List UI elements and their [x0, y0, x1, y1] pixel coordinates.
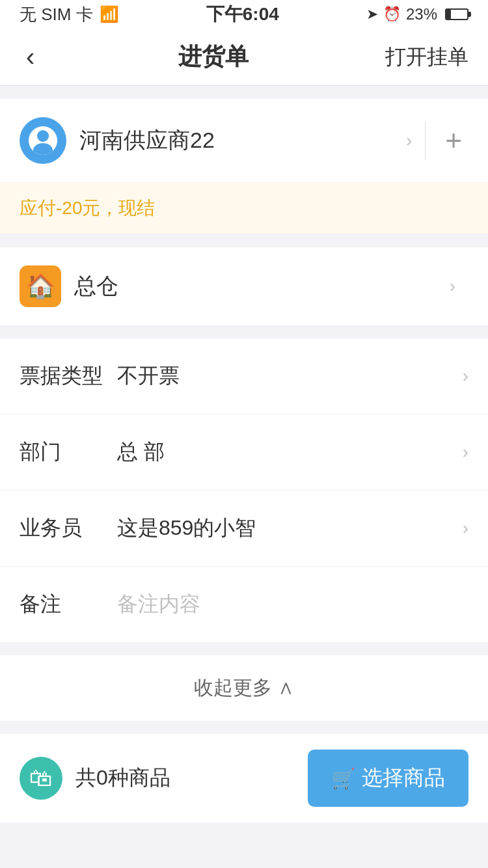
main-content: 河南供应商22 › + 应付-20元，现结 🏠 总仓 › 票据类型 不开票 ›	[0, 99, 488, 822]
warehouse-icon: 🏠	[20, 265, 61, 307]
time-display: 下午6:04	[206, 2, 279, 27]
supplier-section: 河南供应商22 › + 应付-20元，现结	[0, 99, 488, 234]
warehouse-row[interactable]: 🏠 总仓 ›	[0, 247, 488, 325]
salesman-chevron-icon: ›	[463, 518, 468, 539]
salesman-label: 业务员	[20, 514, 111, 543]
nav-bar: ‹ 进货单 打开挂单	[0, 29, 488, 86]
invoice-label: 票据类型	[20, 362, 111, 390]
battery-percent: 23%	[406, 5, 437, 23]
add-supplier-button[interactable]: +	[439, 124, 468, 157]
open-pending-button[interactable]: 打开挂单	[385, 43, 468, 72]
bottom-bar: 🛍 共0种商品 🛒 选择商品	[0, 734, 488, 822]
collapse-section[interactable]: 收起更多 ∧	[0, 655, 488, 721]
remark-row[interactable]: 备注 备注内容	[0, 567, 488, 642]
battery-icon	[445, 8, 468, 20]
cart-icon-container: 🛍	[20, 757, 62, 800]
salesman-row[interactable]: 业务员 这是859的小智 ›	[0, 491, 488, 567]
department-label: 部门	[20, 438, 111, 467]
supplier-chevron-icon: ›	[406, 130, 412, 151]
notice-banner: 应付-20元，现结	[0, 183, 488, 234]
department-row[interactable]: 部门 总 部 ›	[0, 414, 488, 491]
salesman-value: 这是859的小智	[111, 514, 463, 543]
select-goods-button[interactable]: 🛒 选择商品	[308, 750, 468, 807]
page-title: 进货单	[178, 41, 249, 73]
status-bar: 无 SIM 卡 📶 下午6:04 ➤ ⏰ 23%	[0, 0, 488, 29]
select-goods-icon: 🛒	[331, 767, 355, 790]
location-icon: ➤	[366, 6, 378, 23]
carrier-text: 无 SIM 卡	[20, 3, 93, 26]
invoice-value: 不开票	[111, 362, 463, 390]
vertical-divider	[425, 121, 426, 160]
status-left: 无 SIM 卡 📶	[20, 3, 119, 26]
select-goods-label: 选择商品	[362, 764, 445, 793]
warehouse-name: 总仓	[74, 271, 450, 301]
cart-icon: 🛍	[29, 765, 53, 792]
supplier-name: 河南供应商22	[79, 126, 406, 156]
supplier-row[interactable]: 河南供应商22 › +	[0, 99, 488, 183]
remark-label: 备注	[20, 590, 111, 619]
house-icon: 🏠	[26, 273, 55, 300]
supplier-avatar	[20, 117, 66, 164]
back-button[interactable]: ‹	[20, 36, 41, 78]
invoice-row[interactable]: 票据类型 不开票 ›	[0, 338, 488, 414]
form-section: 票据类型 不开票 › 部门 总 部 › 业务员 这是859的小智 › 备注 备注…	[0, 338, 488, 642]
alarm-icon: ⏰	[383, 6, 401, 23]
wifi-icon: 📶	[100, 5, 119, 23]
status-right: ➤ ⏰ 23%	[366, 5, 468, 23]
invoice-chevron-icon: ›	[463, 366, 468, 387]
department-chevron-icon: ›	[463, 442, 468, 463]
collapse-label[interactable]: 收起更多 ∧	[194, 675, 293, 701]
warehouse-chevron-icon: ›	[450, 276, 455, 297]
department-value: 总 部	[111, 438, 463, 467]
product-count-text: 共0种商品	[75, 764, 308, 793]
notice-text: 应付-20元，现结	[20, 198, 155, 218]
warehouse-section: 🏠 总仓 ›	[0, 247, 488, 325]
remark-input[interactable]: 备注内容	[111, 590, 468, 619]
